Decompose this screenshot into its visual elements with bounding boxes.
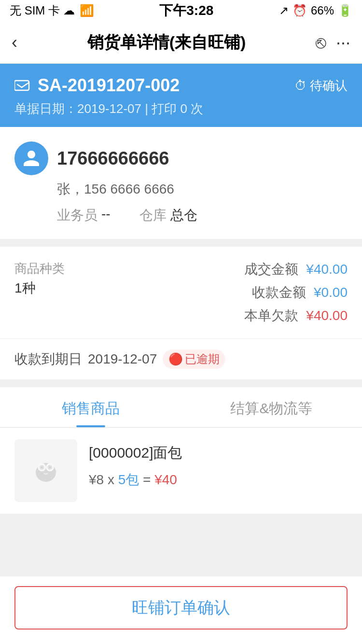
salesperson-value: -- [101,206,111,224]
overdue-badge: 🔴 已逾期 [163,350,225,369]
svg-rect-0 [14,81,29,90]
amount-value-1: ¥0.00 [314,285,348,300]
warehouse-label: 仓库 [139,206,167,224]
amount-value-0: ¥40.00 [306,262,348,277]
avatar [14,141,48,175]
status-right: ↗ ⏰ 66% 🔋 [279,4,352,17]
summary-left: 商品种类 1种 [14,260,65,297]
due-date-card: 收款到期日 2019-12-07 🔴 已逾期 [0,338,362,379]
due-date-label: 收款到期日 [14,350,82,368]
more-button[interactable]: ··· [336,32,350,53]
product-types-label: 商品种类 [14,260,65,277]
confirm-order-button[interactable]: 旺铺订单确认 [14,586,348,630]
amount-value-2: ¥40.00 [306,308,348,323]
nav-right: ⎋ ··· [316,32,350,53]
warehouse-meta: 仓库 总仓 [139,206,197,224]
nav-bar: ‹ 销货单详情(来自旺铺) ⎋ ··· [0,21,362,64]
amount-row-0: 成交金额 ¥40.00 [244,260,348,279]
tab-settlement[interactable]: 结算&物流等 [181,387,362,427]
salesperson-meta: 业务员 -- [57,206,111,224]
price-text: ¥8 x [89,472,118,487]
summary-right: 成交金额 ¥40.00 收款金额 ¥0.00 本单欠款 ¥40.00 [244,260,348,325]
divider-1 [0,239,362,247]
tab-sales-products[interactable]: 销售商品 [0,387,181,427]
overdue-text: 已逾期 [185,351,220,367]
amount-label-1: 收款金额 [252,283,306,302]
location-icon: ↗ [279,4,289,17]
back-button[interactable]: ‹ [12,32,17,53]
amount-row-1: 收款金额 ¥0.00 [252,283,348,302]
order-status: ⏱ 待确认 [294,77,348,94]
page-title: 销货单详情(来自旺铺) [87,31,246,54]
order-id: SA-20191207-002 [14,75,180,96]
customer-phone: 17666666666 [57,148,169,169]
tabs-bar: 销售商品 结算&物流等 [0,387,362,428]
product-info-0: [0000002]面包 ¥8 x 5包 = ¥40 [89,439,182,489]
product-name-0: [0000002]面包 [89,443,182,463]
status-time: 下午3:28 [159,1,213,20]
svg-point-6 [41,466,43,468]
status-left: 无 SIM 卡 ☁ 📶 [10,3,94,18]
no-sim-text: 无 SIM 卡 ☁ [10,3,75,18]
product-types-value: 1种 [14,279,65,297]
order-header: SA-20191207-002 ⏱ 待确认 单据日期：2019-12-07 | … [0,64,362,127]
summary-card: 商品种类 1种 成交金额 ¥40.00 收款金额 ¥0.00 本单欠款 ¥40.… [0,247,362,338]
due-date-value: 2019-12-07 [88,351,157,367]
product-item-0: [0000002]面包 ¥8 x 5包 = ¥40 [14,439,348,502]
status-bar: 无 SIM 卡 ☁ 📶 下午3:28 ↗ ⏰ 66% 🔋 [0,0,362,21]
product-list: [0000002]面包 ¥8 x 5包 = ¥40 [0,428,362,514]
customer-name: 张，156 6666 6666 [57,180,348,198]
customer-phone-row: 17666666666 [14,141,348,175]
alarm-icon: ⏰ [292,4,307,17]
svg-point-7 [49,466,51,468]
bottom-area: 旺铺订单确认 [0,576,362,644]
battery-text: 66% [311,4,334,17]
total-text: ¥40 [154,472,177,487]
amount-label-2: 本单欠款 [244,307,298,325]
amount-row-2: 本单欠款 ¥40.00 [244,307,348,325]
battery-icon: 🔋 [338,4,352,17]
customer-meta: 业务员 -- 仓库 总仓 [57,206,348,224]
customer-card: 17666666666 张，156 6666 6666 业务员 -- 仓库 总仓 [0,127,362,239]
equals-text: = [139,472,154,487]
order-id-row: SA-20191207-002 ⏱ 待确认 [14,75,348,96]
product-price-0: ¥8 x 5包 = ¥40 [89,471,182,489]
wifi-icon: 📶 [80,4,94,17]
salesperson-label: 业务员 [57,206,97,224]
amount-label-0: 成交金额 [244,260,298,279]
nav-left: ‹ [12,32,17,53]
warehouse-value: 总仓 [170,206,197,224]
order-date: 单据日期：2019-12-07 | 打印 0 次 [14,100,348,117]
warning-icon: 🔴 [168,352,183,366]
product-image-0 [14,439,77,502]
clock-icon: ⏱ [294,78,307,93]
quantity-text: 5包 [118,472,139,487]
share-button[interactable]: ⎋ [316,32,326,53]
